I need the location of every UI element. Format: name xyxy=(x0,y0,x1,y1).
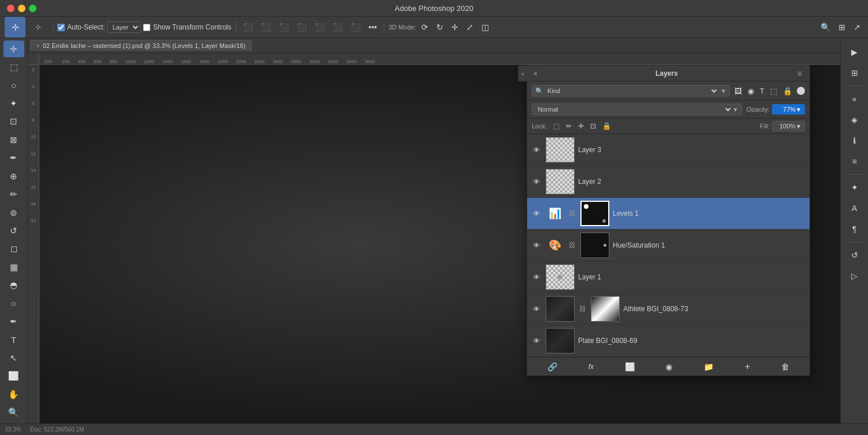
filter-kind-select[interactable]: Kind xyxy=(545,87,719,95)
right-panel-paths-btn[interactable]: ✦ xyxy=(844,178,865,197)
right-panel-char-btn[interactable]: A xyxy=(844,199,865,218)
3d-pan-btn[interactable]: ✛ xyxy=(448,21,461,34)
quick-select-tool[interactable]: ✦ xyxy=(3,95,24,112)
search-btn[interactable]: 🔍 xyxy=(818,21,833,34)
layer-item-layer1[interactable]: 👁 Layer 1 xyxy=(527,261,810,293)
layer-item-athlete[interactable]: 👁 ⛓ Athlete BGI_0808-73 xyxy=(527,293,810,325)
path-select-tool[interactable]: ↖ xyxy=(3,349,24,366)
show-transform-checkbox[interactable] xyxy=(143,24,150,31)
dodge-tool[interactable]: ○ xyxy=(3,295,24,312)
layer-link-btn[interactable]: 🔗 xyxy=(544,360,561,374)
clone-tool[interactable]: ⊚ xyxy=(3,204,24,221)
3d-scale-btn[interactable]: ◫ xyxy=(479,21,492,34)
opacity-input-wrap[interactable]: ▼ xyxy=(772,104,805,115)
layer-visibility-athlete[interactable]: 👁 xyxy=(531,303,542,315)
frame-tool[interactable]: ⊠ xyxy=(3,131,24,148)
right-panel-actions-btn[interactable]: ▷ xyxy=(844,267,865,285)
filter-lock-btn[interactable]: 🔒 xyxy=(782,86,793,97)
layer-folder-btn[interactable]: 📁 xyxy=(700,360,717,374)
layer-mask-athlete[interactable] xyxy=(591,296,620,322)
filter-select-chevron[interactable]: ▼ xyxy=(720,88,726,94)
eyedropper-tool[interactable]: ✒ xyxy=(3,150,24,167)
pen-tool[interactable]: ✒ xyxy=(3,313,24,330)
layer-new-btn[interactable]: + xyxy=(741,359,753,374)
history-brush-tool[interactable]: ↺ xyxy=(3,222,24,239)
blur-tool[interactable]: ◓ xyxy=(3,277,24,293)
align-top-btn[interactable]: ⬛ xyxy=(294,21,310,34)
fill-input[interactable] xyxy=(775,123,796,130)
shape-tool[interactable]: ⬜ xyxy=(3,368,24,385)
align-right-btn[interactable]: ⬛ xyxy=(276,21,292,34)
hand-tool[interactable]: ✋ xyxy=(3,386,24,403)
opacity-input[interactable] xyxy=(775,106,796,113)
right-panel-swatches-btn[interactable]: ◈ xyxy=(844,110,865,129)
layer-visibility-plate[interactable]: 👁 xyxy=(531,335,542,346)
layer-item-layer3[interactable]: 👁 Layer 3 xyxy=(527,134,810,166)
3d-slide-btn[interactable]: ⤢ xyxy=(464,21,476,34)
tab-close-icon[interactable]: × xyxy=(36,43,40,49)
layer-visibility-layer2[interactable]: 👁 xyxy=(531,176,542,187)
layer-visibility-levels1[interactable]: 👁 xyxy=(531,208,542,219)
gradient-tool[interactable]: ▦ xyxy=(3,259,24,275)
layer-delete-btn[interactable]: 🗑 xyxy=(778,360,793,374)
lock-all-btn[interactable]: 🔒 xyxy=(601,121,613,131)
lasso-tool[interactable]: ○ xyxy=(3,77,24,94)
layer-fx-btn[interactable]: fx xyxy=(585,360,597,373)
workspace-btn[interactable]: ⊞ xyxy=(836,21,848,34)
right-panel-history-btn[interactable]: ↺ xyxy=(844,246,865,264)
minimize-button[interactable] xyxy=(18,5,25,12)
layers-panel-close-btn[interactable]: × xyxy=(532,68,539,79)
blend-mode-select[interactable]: Normal xyxy=(535,105,733,113)
brush-tool[interactable]: ✏ xyxy=(3,186,24,202)
align-bottom-btn[interactable]: ⬛ xyxy=(330,21,345,34)
layer-visibility-layer3[interactable]: 👁 xyxy=(531,144,542,156)
3d-rotate-btn[interactable]: ↻ xyxy=(433,21,446,34)
align-center-btn[interactable]: ⬛ xyxy=(258,21,274,34)
marquee-tool[interactable]: ⬚ xyxy=(3,58,24,75)
zoom-tool[interactable]: 🔍 xyxy=(3,404,24,421)
select-tool-btn[interactable]: ⊹ xyxy=(28,17,49,38)
right-panel-para-btn[interactable]: ¶ xyxy=(844,220,865,238)
3d-orbit-btn[interactable]: ⟳ xyxy=(418,21,431,34)
filter-adj-btn[interactable]: ◉ xyxy=(746,86,755,97)
right-panel-props-btn[interactable]: ℹ xyxy=(844,131,865,150)
layer-mask-btn[interactable]: ⬜ xyxy=(621,360,638,374)
right-panel-grid-btn[interactable]: ⊞ xyxy=(844,64,865,82)
layer-visibility-layer1[interactable]: 👁 xyxy=(531,271,542,283)
auto-select-checkbox[interactable] xyxy=(57,24,65,31)
type-tool[interactable]: T xyxy=(3,331,24,348)
distribute-btn[interactable]: ⬛ xyxy=(348,21,363,34)
move-tool-btn[interactable]: ✛ xyxy=(5,17,25,38)
layer-select[interactable]: Layer xyxy=(107,21,141,33)
layer-item-layer2[interactable]: 👁 Layer 2 xyxy=(527,166,810,198)
layer-mask-huesat1[interactable] xyxy=(580,233,609,258)
opacity-chevron[interactable]: ▼ xyxy=(796,106,801,113)
filter-smart-btn[interactable]: ⬚ xyxy=(769,86,778,97)
heal-tool[interactable]: ⊕ xyxy=(3,168,24,185)
canvas-viewport[interactable]: « × Layers ≡ 🔍 Kind xyxy=(39,65,840,423)
layer-adj-btn[interactable]: ◉ xyxy=(662,360,676,374)
right-panel-collapse-btn[interactable]: « xyxy=(844,90,865,108)
right-panel-channels-btn[interactable]: ≡ xyxy=(844,152,865,171)
layer-mask-levels1[interactable] xyxy=(580,201,609,226)
layers-list[interactable]: 👁 Layer 3 👁 Layer 2 xyxy=(527,134,810,357)
move-tool[interactable]: ✛ xyxy=(3,40,24,57)
eraser-tool[interactable]: ◻ xyxy=(3,241,24,257)
document-tab[interactable]: × 02 Emilie lache – rasterised (1).psd @… xyxy=(30,40,252,51)
layers-panel-menu-btn[interactable]: ≡ xyxy=(795,68,805,79)
share-btn[interactable]: ↗ xyxy=(851,21,863,34)
blend-chevron[interactable]: ▼ xyxy=(733,106,738,113)
filter-toggle[interactable] xyxy=(797,87,805,95)
close-button[interactable] xyxy=(7,5,14,12)
layer-item-huesat1[interactable]: 👁 🎨 ⛓ Hue/Saturation 1 xyxy=(527,230,810,261)
fill-chevron[interactable]: ▼ xyxy=(796,123,801,130)
lock-artboard-btn[interactable]: ⊡ xyxy=(589,121,598,131)
layer-item-plate[interactable]: 👁 Plate BGI_0808-69 xyxy=(527,325,810,357)
layer-item-levels1[interactable]: 👁 📊 ⛓ Levels 1 xyxy=(527,198,810,230)
right-panel-layers-btn[interactable]: ▶ xyxy=(844,43,865,61)
filter-pixel-btn[interactable]: 🖼 xyxy=(733,86,743,97)
layer-visibility-huesat1[interactable]: 👁 xyxy=(531,239,542,251)
align-left-btn[interactable]: ⬛ xyxy=(240,21,256,34)
filter-type-btn[interactable]: T xyxy=(759,86,766,97)
more-btn[interactable]: ••• xyxy=(366,21,380,34)
